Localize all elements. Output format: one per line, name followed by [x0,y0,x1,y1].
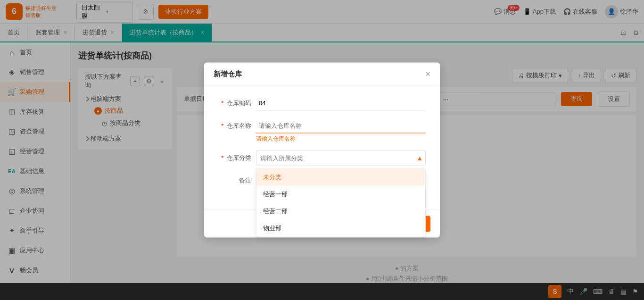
category-input[interactable] [256,150,426,166]
category-toggle-button[interactable]: ▲ [416,154,423,162]
warehouse-name-label: 仓库名称 [218,118,256,133]
warehouse-name-control: 请输入仓库名称 [256,118,426,143]
warehouse-name-input[interactable] [256,118,426,133]
warehouse-category-control: ▲ 未分类 经营一部 经营二部 物业部 [256,150,426,166]
warehouse-category-label: 仓库分类 [218,150,256,166]
modal-close-button[interactable]: × [425,69,430,79]
add-warehouse-modal: 新增仓库 × 仓库编码 仓库名称 请输入仓库名称 仓库分类 [204,63,440,238]
warehouse-name-error: 请输入仓库名称 [256,135,426,143]
modal-header: 新增仓库 × [204,63,440,86]
modal-body: 仓库编码 仓库名称 请输入仓库名称 仓库分类 ▲ [204,86,440,210]
dropdown-item-none[interactable]: 未分类 [256,169,425,186]
dropdown-item-dept3[interactable]: 物业部 [256,220,425,237]
category-select-wrapper: ▲ 未分类 经营一部 经营二部 物业部 [256,150,426,166]
warehouse-code-input[interactable] [256,96,426,111]
dropdown-item-dept1[interactable]: 经营一部 [256,186,425,203]
warehouse-code-row: 仓库编码 [218,96,426,111]
warehouse-code-label: 仓库编码 [218,96,256,111]
warehouse-code-control [256,96,426,111]
warehouse-note-label: 备注 [218,173,256,188]
dropdown-item-dept2[interactable]: 经营二部 [256,203,425,220]
modal-title: 新增仓库 [214,70,242,79]
warehouse-name-row: 仓库名称 请输入仓库名称 [218,118,426,143]
category-dropdown: 未分类 经营一部 经营二部 物业部 [256,168,426,237]
warehouse-category-row: 仓库分类 ▲ 未分类 经营一部 经营二部 物业部 [218,150,426,166]
